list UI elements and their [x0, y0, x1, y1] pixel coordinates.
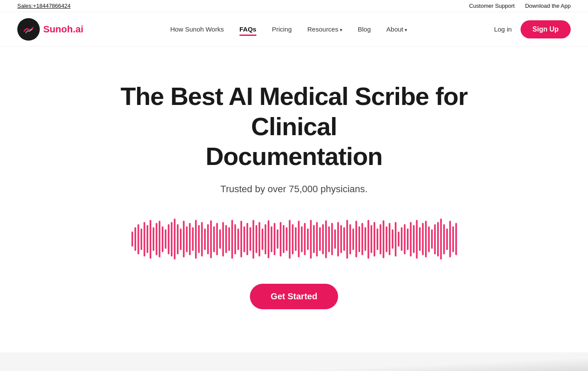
nav-link-blog[interactable]: Blog [358, 25, 371, 33]
waveform-bar [398, 231, 399, 247]
bottom-section [0, 352, 588, 371]
waveform-bar [168, 224, 169, 254]
waveform-bar [431, 229, 433, 249]
nav-item-how-sunoh-works[interactable]: How Sunoh Works [170, 25, 224, 33]
waveform-bar [147, 225, 148, 253]
waveform-bar [243, 226, 245, 252]
waveform-bar [392, 229, 393, 249]
waveform-bar [171, 222, 173, 257]
nav-link-faqs[interactable]: FAQs [240, 25, 256, 36]
waveform-bar [358, 226, 360, 252]
customer-support-link[interactable]: Customer Support [469, 3, 515, 9]
waveform-bar [195, 220, 197, 259]
nav-link-how-sunoh-works[interactable]: How Sunoh Works [170, 25, 224, 33]
waveform-bar [361, 223, 363, 255]
waveform-bar [268, 220, 269, 258]
waveform-bar [192, 227, 194, 251]
waveform-bar [186, 226, 188, 252]
waveform-bar [301, 226, 303, 252]
waveform-bar [277, 229, 278, 249]
waveform-bar [389, 223, 390, 255]
nav-item-blog[interactable]: Blog [358, 25, 371, 33]
waveform-bar [131, 231, 133, 247]
waveform-bar [346, 220, 348, 259]
navbar: Sunoh.ai How Sunoh Works FAQs Pricing Re… [0, 12, 588, 47]
nav-link-pricing[interactable]: Pricing [272, 25, 292, 33]
waveform-bar [304, 223, 306, 255]
top-bar: Sales:+18447866424 Customer Support Down… [0, 0, 588, 12]
waveform-bar [144, 222, 145, 257]
waveform-bar [207, 224, 209, 254]
download-app-link[interactable]: Download the App [525, 3, 571, 9]
waveform-bar [380, 224, 381, 254]
waveform-bar [437, 222, 439, 257]
waveform-bar [286, 227, 288, 251]
nav-item-pricing[interactable]: Pricing [272, 25, 292, 33]
waveform-bar [141, 228, 142, 250]
waveform-bar [201, 222, 203, 257]
waveform-bar [225, 225, 227, 253]
waveform-bar [331, 223, 333, 255]
waveform-bar [449, 221, 451, 257]
waveform-bar [395, 222, 396, 257]
waveform-bar [319, 227, 321, 251]
nav-item-resources[interactable]: Resources [307, 25, 342, 33]
waveform-bar [219, 229, 221, 249]
waveform-bar [401, 227, 403, 251]
waveform-bar [177, 224, 179, 254]
waveform-bar [198, 225, 200, 253]
waveform-bar [216, 223, 218, 255]
waveform-bar [328, 226, 330, 252]
waveform-bar [404, 224, 406, 254]
nav-actions: Log in Sign Up [494, 20, 571, 38]
waveform-bar [434, 224, 436, 254]
logo-icon [17, 18, 40, 41]
waveform-bar [292, 224, 294, 254]
waveform-bar [280, 222, 281, 257]
nav-link-resources[interactable]: Resources [307, 25, 342, 33]
waveform-bar [249, 227, 251, 251]
login-link[interactable]: Log in [494, 25, 512, 33]
waveform-bar [271, 226, 272, 252]
waveform-bar [313, 225, 315, 253]
waveform-bar [343, 227, 345, 251]
waveform-bar [337, 222, 339, 257]
waveform-bar [352, 228, 354, 250]
waveform-bar [259, 222, 260, 257]
waveform-bar [355, 221, 357, 257]
waveform-bar [134, 227, 136, 251]
waveform-bar [316, 222, 318, 257]
waveform-bar [368, 220, 369, 259]
waveform-bar [204, 228, 206, 250]
waveform-bar [213, 226, 215, 252]
waveform-bar [180, 228, 182, 250]
waveform-bar [295, 227, 297, 251]
hero-subtitle: Trusted by over 75,000 physicians. [117, 184, 471, 195]
nav-item-about[interactable]: About [387, 25, 407, 33]
waveform-bar [425, 221, 427, 257]
sales-phone-link[interactable]: Sales:+18447866424 [17, 3, 70, 9]
waveform-bar [156, 223, 157, 255]
logo[interactable]: Sunoh.ai [17, 18, 83, 41]
waveform-bar [174, 219, 176, 260]
nav-link-about[interactable]: About [387, 25, 407, 33]
waveform-bar [413, 225, 415, 253]
waveform-bar [325, 220, 327, 258]
waveform-bar [446, 228, 448, 250]
waveform-bar [265, 224, 266, 254]
signup-button[interactable]: Sign Up [521, 20, 571, 38]
waveform-bar [377, 228, 378, 250]
waveform-bar [153, 227, 154, 251]
get-started-button[interactable]: Get Started [250, 284, 338, 309]
waveform-bar [410, 222, 412, 257]
waveform-bar [183, 221, 185, 257]
waveform-bar [340, 225, 342, 253]
nav-item-faqs[interactable]: FAQs [240, 25, 256, 33]
waveform-bar [298, 221, 300, 257]
waveform-bar [165, 229, 166, 249]
waveform-bar [159, 221, 160, 257]
waveform-bar [386, 226, 387, 252]
waveform-bar [322, 224, 324, 254]
hero-section: The Best AI Medical Scribe for Clinical … [99, 47, 489, 335]
waveform-bar [262, 228, 263, 250]
